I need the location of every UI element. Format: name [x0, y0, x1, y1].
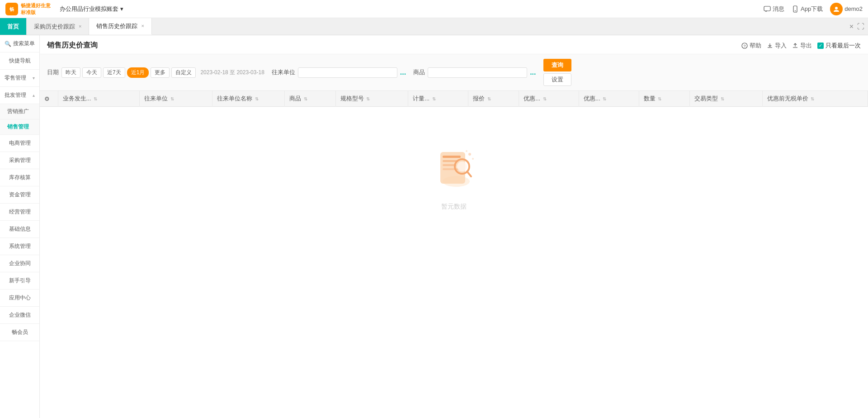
svg-point-19	[466, 150, 467, 152]
user-profile[interactable]: demo2	[830, 3, 863, 15]
column-partner-name[interactable]: 往来单位名称 ⇅	[212, 91, 285, 107]
sidebar-item-sales-mgmt[interactable]: 销售管理	[0, 119, 39, 135]
logo-area[interactable]: 畅 畅捷通好生意 标准版	[5, 2, 51, 15]
sort-arrows-biz-date: ⇅	[94, 96, 97, 101]
filter-area: 日期 昨天 今天 近7天 近1月 更多 自定义 2023-02-18 至 202…	[40, 54, 868, 91]
import-button[interactable]: 导入	[767, 42, 787, 50]
column-quote[interactable]: 报价 ⇅	[468, 91, 519, 107]
chevron-down-icon: ▾	[120, 5, 123, 12]
top-right: 消息 App下载 demo2	[764, 3, 863, 15]
date-last1month-btn[interactable]: 近1月	[127, 67, 149, 78]
message-icon	[764, 5, 771, 13]
tab-purchase-history[interactable]: 采购历史价跟踪 ×	[27, 18, 89, 35]
date-yesterday-btn[interactable]: 昨天	[61, 67, 80, 78]
sidebar-item-enterprise-collab[interactable]: 企业协同	[0, 255, 39, 272]
sort-arrows-discount2: ⇅	[603, 96, 606, 101]
sort-arrows-partner-name: ⇅	[255, 96, 259, 101]
column-quantity[interactable]: 数量 ⇅	[639, 91, 689, 107]
column-partner-code[interactable]: 往来单位 ⇅	[140, 91, 212, 107]
chevron-up-icon: ▴	[33, 93, 35, 98]
column-discount1[interactable]: 优惠... ⇅	[519, 91, 579, 107]
column-goods[interactable]: 商品 ⇅	[285, 91, 335, 107]
date-today-btn[interactable]: 今天	[82, 67, 101, 78]
avatar	[830, 3, 843, 15]
close-window-icon[interactable]: ×	[849, 23, 854, 31]
date-label: 日期	[47, 68, 59, 76]
page-header: 销售历史价查询 ? 帮助 导入 导出 ✓ 只看最后一次	[40, 35, 868, 54]
sidebar-item-purchase-mgmt[interactable]: 采购管理	[0, 152, 39, 169]
sort-arrows-discount1: ⇅	[543, 96, 547, 101]
column-pretax-price[interactable]: 优惠前无税单价 ⇅	[762, 91, 868, 107]
svg-point-15	[457, 162, 467, 171]
date-buttons: 昨天 今天 近7天 近1月 更多 自定义	[61, 67, 196, 78]
message-action[interactable]: 消息	[764, 5, 784, 13]
sort-arrows-unit: ⇅	[432, 96, 436, 101]
tab-purchase-close-icon[interactable]: ×	[79, 24, 81, 29]
empty-illustration	[427, 143, 481, 197]
settings-button[interactable]: 设置	[543, 73, 571, 86]
import-icon	[767, 43, 773, 49]
date-filter-group: 日期 昨天 今天 近7天 近1月 更多 自定义 2023-02-18 至 202…	[47, 67, 264, 78]
column-discount2[interactable]: 优惠... ⇅	[579, 91, 639, 107]
sort-arrows-goods: ⇅	[304, 96, 307, 101]
sidebar-item-operations-mgmt[interactable]: 经营管理	[0, 204, 39, 221]
sidebar-item-marketing[interactable]: 营销推广	[0, 104, 39, 119]
column-spec[interactable]: 规格型号 ⇅	[335, 91, 408, 107]
sidebar-item-basic-info[interactable]: 基础信息	[0, 221, 39, 238]
sidebar-item-system-mgmt[interactable]: 系统管理	[0, 238, 39, 255]
partner-input[interactable]	[298, 67, 397, 78]
sort-arrows-partner-code: ⇅	[170, 96, 174, 101]
top-left: 畅 畅捷通好生意 标准版	[5, 2, 51, 15]
svg-line-16	[467, 171, 471, 176]
goods-input[interactable]	[428, 67, 527, 78]
only-last-checkbox[interactable]: ✓ 只看最后一次	[817, 42, 861, 50]
svg-point-18	[472, 158, 474, 160]
date-more-btn[interactable]: 更多	[151, 67, 170, 78]
page-actions: ? 帮助 导入 导出 ✓ 只看最后一次	[741, 42, 861, 50]
tab-sales-history[interactable]: 销售历史价跟踪 ×	[89, 18, 151, 35]
account-dropdown[interactable]: 办公用品行业模拟账套 ▾	[60, 5, 123, 13]
search-icon: 🔍	[5, 41, 11, 47]
sort-arrows-quantity: ⇅	[658, 96, 661, 101]
sidebar-item-ecommerce-mgmt[interactable]: 电商管理	[0, 135, 39, 152]
sidebar-item-search-menu[interactable]: 🔍 搜索菜单	[0, 35, 39, 52]
sidebar-item-member[interactable]: 畅会员	[0, 324, 39, 341]
gear-icon: ⚙	[44, 95, 50, 102]
sidebar-item-retail-mgmt[interactable]: 零售管理 ▾	[0, 70, 39, 87]
sidebar-item-quick-nav[interactable]: 快捷导航	[0, 52, 39, 70]
goods-dots-btn[interactable]: ...	[530, 68, 536, 76]
empty-state: 暂元数据	[40, 107, 868, 247]
column-unit[interactable]: 计量... ⇅	[408, 91, 468, 107]
tab-home[interactable]: 首页	[0, 18, 27, 35]
export-button[interactable]: 导出	[792, 42, 812, 50]
maximize-window-icon[interactable]: ⛶	[857, 23, 864, 31]
content-area: 销售历史价查询 ? 帮助 导入 导出 ✓ 只看最后一次	[40, 35, 868, 418]
column-trade-type[interactable]: 交易类型 ⇅	[690, 91, 763, 107]
sort-arrows-trade-type: ⇅	[721, 96, 724, 101]
column-settings[interactable]: ⚙	[40, 91, 58, 107]
query-button[interactable]: 查询	[543, 59, 571, 71]
column-biz-date[interactable]: 业务发生... ⇅	[58, 91, 140, 107]
sidebar-item-inventory-check[interactable]: 库存核算	[0, 169, 39, 186]
sort-arrows-quote: ⇅	[487, 96, 491, 101]
date-last7days-btn[interactable]: 近7天	[103, 67, 125, 78]
sidebar-item-app-center[interactable]: 应用中心	[0, 290, 39, 307]
sort-arrows-spec: ⇅	[366, 96, 370, 101]
sidebar-item-enterprise-wechat[interactable]: 企业微信	[0, 307, 39, 324]
svg-point-4	[795, 10, 796, 11]
date-range-text: 2023-02-18 至 2023-03-18	[200, 69, 264, 76]
partner-label: 往来单位	[272, 68, 295, 76]
sidebar-item-beginner-guide[interactable]: 新手引导	[0, 272, 39, 290]
sidebar-item-wholesale-mgmt[interactable]: 批发管理 ▴	[0, 87, 39, 104]
logo-icon: 畅	[5, 3, 18, 15]
date-custom-btn[interactable]: 自定义	[171, 67, 196, 78]
svg-rect-13	[443, 168, 460, 170]
partner-dots-btn[interactable]: ...	[400, 68, 406, 76]
svg-text:?: ?	[743, 44, 745, 48]
export-icon	[792, 43, 798, 49]
sidebar-item-finance-mgmt[interactable]: 资金管理	[0, 186, 39, 204]
table-header-row: ⚙ 业务发生... ⇅ 往来单位 ⇅ 往来单位名称 ⇅	[40, 91, 868, 107]
app-download-action[interactable]: App下载	[792, 5, 823, 13]
help-button[interactable]: ? 帮助	[741, 42, 761, 50]
tab-sales-close-icon[interactable]: ×	[141, 24, 144, 28]
